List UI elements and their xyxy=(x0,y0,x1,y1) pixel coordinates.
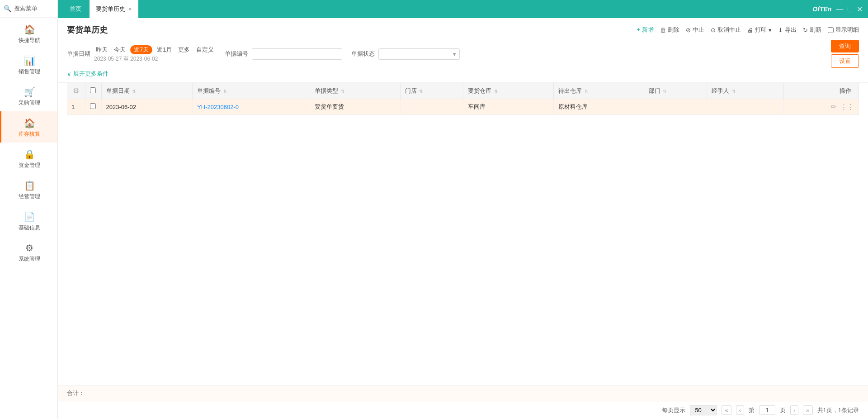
th-department[interactable]: 部门 ⇅ xyxy=(644,83,707,99)
system-icon: ⚙ xyxy=(25,243,33,253)
page-prefix: 第 xyxy=(749,406,755,414)
date-opt-last7days[interactable]: 近7天 xyxy=(130,45,152,54)
cancel-suspend-button-label: 取消中止 xyxy=(717,26,741,34)
data-table: ⚙ 单据日期 ⇅ 单据编号 ⇅ xyxy=(67,83,859,115)
sidebar-item-operation[interactable]: 📋 经营管理 xyxy=(0,174,57,205)
maximize-button[interactable]: □ xyxy=(848,5,852,13)
table-area: ⚙ 单据日期 ⇅ 单据编号 ⇅ xyxy=(58,83,868,385)
sidebar-item-label: 基础信息 xyxy=(19,224,40,232)
print-button-label: 打印 xyxy=(755,26,767,34)
total-info: 共1页，1条记录 xyxy=(817,406,859,414)
doc-no-link[interactable]: YH-20230602-0 xyxy=(197,104,239,110)
table-settings-icon[interactable]: ⚙ xyxy=(73,86,79,95)
page-size-select[interactable]: 50 20 100 200 xyxy=(690,405,717,415)
main-area: 首页 要货单历史 ✕ OfTEn — □ ✕ 要货单历史 + 新增 🗑 删除 xyxy=(58,0,868,419)
print-button[interactable]: 🖨 打印 ▾ xyxy=(747,26,772,34)
th-req-warehouse[interactable]: 要货仓库 ⇅ xyxy=(463,83,554,99)
date-options-list: 昨天 今天 近7天 近1月 更多 自定义 xyxy=(94,45,216,54)
query-button[interactable]: 查询 xyxy=(831,40,859,52)
sidebar-item-system[interactable]: ⚙ 系统管理 xyxy=(0,236,57,267)
prev-page-button[interactable]: ‹ xyxy=(736,405,744,415)
close-button[interactable]: ✕ xyxy=(857,5,863,14)
th-doc-type[interactable]: 单据类型 ⇅ xyxy=(310,83,401,99)
first-page-button[interactable]: « xyxy=(722,405,731,415)
expand-more-button[interactable]: ∨ 展开更多条件 xyxy=(67,68,859,80)
sidebar-item-label: 销售管理 xyxy=(19,68,40,76)
last-page-button[interactable]: » xyxy=(803,405,812,415)
sidebar-search-label: 搜索菜单 xyxy=(14,5,38,13)
doc-no-input[interactable] xyxy=(252,48,342,60)
sidebar-item-sales[interactable]: 📊 销售管理 xyxy=(0,49,57,80)
date-opt-today[interactable]: 今天 xyxy=(112,45,127,54)
page-input[interactable] xyxy=(759,405,775,415)
refresh-button[interactable]: ↻ 刷新 xyxy=(803,26,821,34)
th-store[interactable]: 门店 ⇅ xyxy=(400,83,463,99)
table-row[interactable]: 1 2023-06-02 YH-20230602-0 要货单要货 车间库 原材料… xyxy=(67,99,859,115)
page-suffix: 页 xyxy=(780,406,786,414)
sidebar-item-purchase[interactable]: 🛒 采购管理 xyxy=(0,80,57,111)
status-select[interactable] xyxy=(378,48,460,60)
next-page-button[interactable]: › xyxy=(790,405,798,415)
sidebar-item-quick-nav[interactable]: 🏠 快捷导航 xyxy=(0,18,57,49)
th-doc-no[interactable]: 单据编号 ⇅ xyxy=(193,83,310,99)
status-filter-label: 单据状态 xyxy=(351,50,375,58)
new-button[interactable]: + 新增 xyxy=(637,26,654,34)
sidebar-item-basic[interactable]: 📄 基础信息 xyxy=(0,205,57,236)
delete-button[interactable]: 🗑 删除 xyxy=(660,26,679,34)
select-all-checkbox[interactable] xyxy=(90,87,96,93)
sidebar-item-inventory[interactable]: 🏠 库存核算 xyxy=(0,111,57,143)
cell-checkbox xyxy=(85,99,101,115)
sort-doc-no-icon: ⇅ xyxy=(223,89,227,94)
sidebar-item-label: 系统管理 xyxy=(19,255,40,263)
th-checkbox xyxy=(85,83,101,99)
cancel-suspend-button[interactable]: ⊙ 取消中止 xyxy=(711,26,741,34)
tab-requisition-history[interactable]: 要货单历史 ✕ xyxy=(90,0,138,18)
sort-handler-icon: ⇅ xyxy=(732,89,736,94)
tab-close-icon[interactable]: ✕ xyxy=(128,6,132,12)
table-header-row: ⚙ 单据日期 ⇅ 单据编号 ⇅ xyxy=(67,83,859,99)
cell-action: ✏ ⋮⋮ xyxy=(784,99,859,115)
sort-req-warehouse-icon: ⇅ xyxy=(494,89,498,94)
brand-text: OfTEn xyxy=(812,5,831,13)
basic-icon: 📄 xyxy=(24,211,35,222)
show-detail-checkbox[interactable] xyxy=(828,27,834,33)
date-filter-group: 单据日期 昨天 今天 近7天 近1月 更多 自定义 2023-05-27 至 2… xyxy=(67,45,216,63)
show-detail-toggle[interactable]: 显示明细 xyxy=(828,26,859,34)
sidebar-search[interactable]: 🔍 搜索菜单 xyxy=(0,0,57,18)
print-dropdown-icon: ▾ xyxy=(769,27,772,33)
refresh-icon: ↻ xyxy=(803,27,808,33)
th-action: 操作 xyxy=(784,83,859,99)
date-opt-more[interactable]: 更多 xyxy=(176,45,192,54)
cell-req-warehouse: 车间库 xyxy=(463,99,554,115)
cell-doc-type: 要货单要货 xyxy=(310,99,401,115)
date-options: 昨天 今天 近7天 近1月 更多 自定义 2023-05-27 至 2023-0… xyxy=(94,45,216,63)
delete-action-icon[interactable]: ⋮⋮ xyxy=(840,103,854,111)
sidebar-item-label: 资金管理 xyxy=(19,162,40,169)
export-icon: ⬇ xyxy=(778,27,783,33)
th-settings: ⚙ xyxy=(67,83,85,99)
th-pending-warehouse[interactable]: 待出仓库 ⇅ xyxy=(554,83,644,99)
edit-action-icon[interactable]: ✏ xyxy=(831,103,837,111)
th-handler[interactable]: 经手人 ⇅ xyxy=(707,83,784,99)
export-button[interactable]: ⬇ 导出 xyxy=(778,26,797,34)
tab-home[interactable]: 首页 xyxy=(63,0,88,18)
settings-button[interactable]: 设置 xyxy=(831,54,859,68)
page-header: 要货单历史 + 新增 🗑 删除 ⊘ 中止 ⊙ 取消中止 🖨 xyxy=(58,18,868,35)
suspend-icon: ⊘ xyxy=(686,27,691,33)
new-button-label: + 新增 xyxy=(637,26,654,34)
cancel-suspend-icon: ⊙ xyxy=(711,27,716,33)
sidebar-item-finance[interactable]: 🔒 资金管理 xyxy=(0,143,57,174)
minimize-button[interactable]: — xyxy=(836,5,843,13)
suspend-button[interactable]: ⊘ 中止 xyxy=(686,26,704,34)
home-icon: 🏠 xyxy=(24,24,35,35)
th-date[interactable]: 单据日期 ⇅ xyxy=(101,83,193,99)
cell-store xyxy=(400,99,463,115)
cell-doc-no: YH-20230602-0 xyxy=(193,99,310,115)
footer-sum: 合计： xyxy=(58,385,868,401)
export-button-label: 导出 xyxy=(785,26,797,34)
row-checkbox[interactable] xyxy=(90,103,96,109)
date-opt-last-month[interactable]: 近1月 xyxy=(155,45,174,54)
date-opt-custom[interactable]: 自定义 xyxy=(194,45,216,54)
date-opt-yesterday[interactable]: 昨天 xyxy=(94,45,109,54)
inventory-icon: 🏠 xyxy=(24,118,35,129)
